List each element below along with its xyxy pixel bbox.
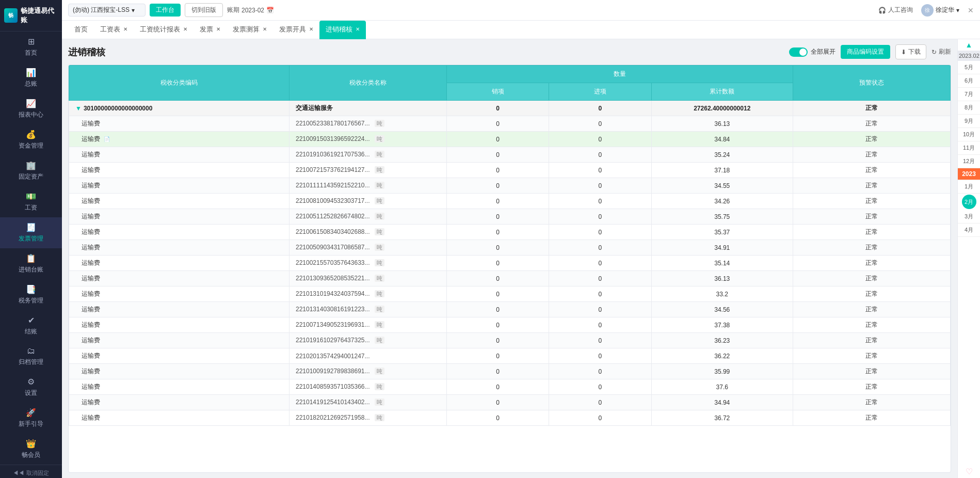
- sidebar-item-reports[interactable]: 📈 报表中心: [0, 93, 62, 124]
- month-12[interactable]: 12月: [958, 155, 980, 168]
- month-1[interactable]: 1月: [958, 180, 980, 194]
- month-2-active[interactable]: 2月: [962, 195, 976, 209]
- item-code2: 22101910361921707536... 吨: [290, 147, 447, 163]
- item-status: 正常: [793, 240, 951, 256]
- tab-invoice-close-icon[interactable]: ✕: [216, 26, 220, 32]
- table-row[interactable]: 运输费 22101910361921707536... 吨 0 0 35.24 …: [69, 147, 951, 163]
- table-row[interactable]: 运输费 22102013574294001247... 0 0 36.22 正常: [69, 348, 951, 364]
- table-row[interactable]: 运输费 22100511252826674802... 吨 0 0 35.75 …: [69, 209, 951, 225]
- tab-invoice-calc[interactable]: 发票测算 ✕: [227, 21, 273, 39]
- table-row[interactable]: 运输费 22101111143592152210... 吨 0 0 34.55 …: [69, 178, 951, 194]
- month-3[interactable]: 3月: [958, 210, 980, 224]
- tab-payroll-table[interactable]: 工资表 ✕: [94, 21, 134, 39]
- item-status: 正常: [793, 317, 951, 333]
- sidebar-item-assets-label: 固定资产: [19, 172, 43, 181]
- month-5[interactable]: 5月: [958, 61, 980, 74]
- sidebar-item-payroll[interactable]: 💵 工资: [0, 186, 62, 217]
- tab-home[interactable]: 首页: [68, 21, 94, 39]
- workspace-button[interactable]: 工作台: [150, 4, 181, 17]
- expand-toggle[interactable]: [789, 47, 808, 57]
- item-code2: 22101309365208535221... 吨: [290, 271, 447, 286]
- table-row[interactable]: ▼30100000000000000000 交通运输服务 0 0 27262.4…: [69, 101, 951, 116]
- item-code2: 22102013574294001247...: [290, 348, 447, 364]
- sidebar-item-closing[interactable]: ✔ 结账: [0, 310, 62, 341]
- tab-reconcile-close-icon[interactable]: ✕: [356, 26, 360, 32]
- table-row[interactable]: 运输费 22100721573762194127... 吨 0 0 37.18 …: [69, 163, 951, 178]
- help-button[interactable]: 🎧 人工咨询: [878, 6, 913, 14]
- scroll-down-button[interactable]: ♡: [958, 465, 980, 478]
- guide-icon: 🚀: [26, 408, 36, 418]
- sidebar-item-sales-ledger[interactable]: 📋 进销台账: [0, 248, 62, 279]
- tab-payroll-stats-close-icon[interactable]: ✕: [183, 26, 187, 32]
- month-11[interactable]: 11月: [958, 141, 980, 155]
- sidebar-item-funds[interactable]: 💰 资金管理: [0, 124, 62, 155]
- table-row[interactable]: 运输费 📄 22100915031396592224... 吨 0 0 34.8…: [69, 132, 951, 147]
- month-6[interactable]: 6月: [958, 74, 980, 88]
- tab-payroll-close-icon[interactable]: ✕: [123, 26, 127, 32]
- item-sale: 0: [447, 163, 549, 178]
- sidebar-item-ledger[interactable]: 📊 总账: [0, 62, 62, 93]
- sidebar-item-home[interactable]: ⊞ 首页: [0, 31, 62, 62]
- sidebar-item-tax[interactable]: 📑 税务管理: [0, 279, 62, 310]
- table-row[interactable]: 运输费 22101310194324037594... 吨 0 0 33.2 正…: [69, 286, 951, 302]
- month-9[interactable]: 9月: [958, 115, 980, 128]
- month-7[interactable]: 7月: [958, 88, 980, 101]
- user-menu[interactable]: 徐 徐淀华 ▾: [921, 4, 959, 17]
- item-cumulative: 35.75: [651, 209, 793, 225]
- item-purchase: 0: [549, 333, 651, 348]
- tab-invoice-calc-close-icon[interactable]: ✕: [263, 26, 267, 32]
- table-row[interactable]: 运输费 22101419125410143402... 吨 0 0 34.94 …: [69, 395, 951, 410]
- tab-payroll-stats[interactable]: 工资统计报表 ✕: [134, 21, 194, 39]
- switch-version-button[interactable]: 切到旧版: [185, 3, 223, 17]
- refresh-button[interactable]: ↻ 刷新: [931, 47, 951, 56]
- item-code2: 22100721573762194127... 吨: [290, 163, 447, 178]
- item-name: 运输费: [69, 225, 290, 240]
- assets-icon: 🏢: [26, 161, 36, 170]
- month-8[interactable]: 8月: [958, 101, 980, 115]
- item-cumulative: 34.84: [651, 132, 793, 147]
- sidebar-item-member[interactable]: 👑 畅会员: [0, 434, 62, 465]
- table-row[interactable]: 运输费 22101820212692571958... 吨 0 0 36.72 …: [69, 410, 951, 426]
- close-button[interactable]: ✕: [968, 6, 974, 14]
- sidebar-item-ledger-label: 总账: [25, 79, 37, 88]
- table-row[interactable]: 运输费 22100523381780176567... 吨 0 0 36.13 …: [69, 116, 951, 132]
- item-sale: 0: [447, 132, 549, 147]
- item-status: 正常: [793, 271, 951, 286]
- sidebar-item-invoice[interactable]: 🧾 发票管理: [0, 217, 62, 248]
- table-row[interactable]: 运输费 22100713490523196931... 吨 0 0 37.38 …: [69, 317, 951, 333]
- table-row[interactable]: 运输费 22101309365208535221... 吨 0 0 36.13 …: [69, 271, 951, 286]
- table-row[interactable]: 运输费 22100810094532303717... 吨 0 0 34.26 …: [69, 194, 951, 209]
- tab-invoice[interactable]: 发票 ✕: [194, 21, 227, 39]
- table-row[interactable]: 运输费 22100215570357643633... 吨 0 0 35.14 …: [69, 256, 951, 271]
- table-row[interactable]: 运输费 22101314030816191223... 吨 0 0 34.56 …: [69, 302, 951, 317]
- item-name: 运输费: [69, 302, 290, 317]
- month-4[interactable]: 4月: [958, 224, 980, 237]
- year-label-top[interactable]: 2023.02: [958, 51, 980, 61]
- item-purchase: 0: [549, 132, 651, 147]
- table-row[interactable]: 运输费 22100509034317086587... 吨 0 0 34.91 …: [69, 240, 951, 256]
- tab-invoice-issue[interactable]: 发票开具 ✕: [273, 21, 319, 39]
- company-selector[interactable]: (勿动) 江西报宝-LSS ▾: [68, 4, 146, 17]
- app-logo: 畅 畅捷通易代账: [0, 0, 62, 31]
- scroll-up-button[interactable]: ▲: [958, 39, 980, 51]
- item-cumulative: 36.13: [651, 271, 793, 286]
- tab-reconcile[interactable]: 进销稽核 ✕: [319, 21, 366, 39]
- month-10[interactable]: 10月: [958, 128, 980, 141]
- table-row[interactable]: 运输费 22101916102976437325... 吨 0 0 36.23 …: [69, 333, 951, 348]
- item-sale: 0: [447, 240, 549, 256]
- table-row[interactable]: 运输费 22100615083403402688... 吨 0 0 35.37 …: [69, 225, 951, 240]
- sidebar-item-assets[interactable]: 🏢 固定资产: [0, 155, 62, 186]
- sidebar-item-guide[interactable]: 🚀 新手引导: [0, 403, 62, 434]
- commodity-code-setting-button[interactable]: 商品编码设置: [841, 45, 890, 59]
- sidebar-item-archive[interactable]: 🗂 归档管理: [0, 341, 62, 372]
- col-header-quantity: 数量: [447, 66, 793, 83]
- unpin-button[interactable]: ◀◀ 取消固定: [0, 465, 62, 478]
- sidebar-item-settings[interactable]: ⚙ 设置: [0, 372, 62, 403]
- table-row[interactable]: 运输费 22101009192789838691... 吨 0 0 35.99 …: [69, 364, 951, 379]
- download-button[interactable]: ⬇ 下载: [895, 44, 926, 59]
- period-display: 账期 2023-02 📅: [227, 6, 274, 14]
- payroll-icon: 💵: [26, 192, 36, 201]
- table-row[interactable]: 运输费 22101408593571035366... 吨 0 0 37.6 正…: [69, 379, 951, 395]
- item-purchase: 0: [549, 271, 651, 286]
- tab-invoice-issue-close-icon[interactable]: ✕: [309, 26, 313, 32]
